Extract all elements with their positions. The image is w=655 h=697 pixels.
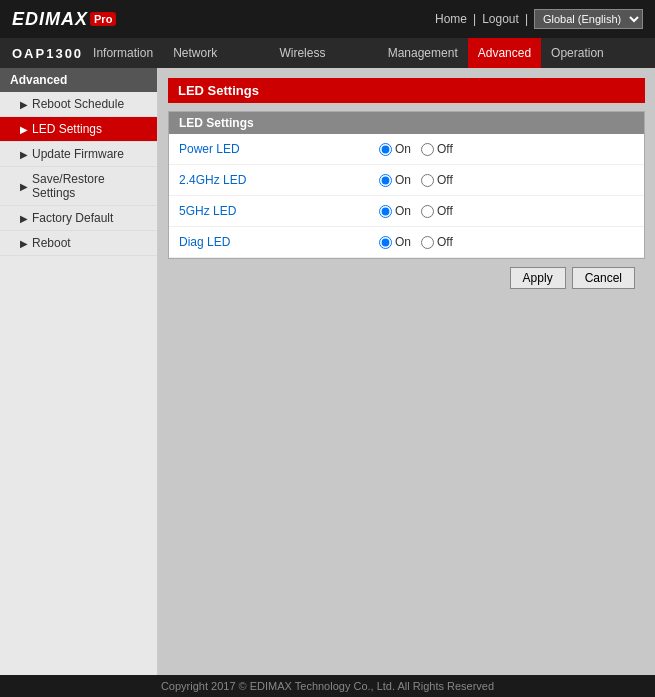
settings-box: LED Settings Power LED On Off 2. [168, 111, 645, 259]
nav-item-operation-mode[interactable]: Operation Mode [541, 38, 643, 68]
table-row: Diag LED On Off [169, 227, 644, 258]
settings-box-title: LED Settings [169, 112, 644, 134]
led-label-1: 2.4GHz LED [169, 165, 369, 196]
content-area: Advanced ▶Reboot Schedule▶LED Settings▶U… [0, 68, 655, 675]
footer-text: Copyright 2017 © EDIMAX Technology Co., … [161, 680, 494, 692]
led-label-3: Diag LED [169, 227, 369, 258]
radio-off-0[interactable] [421, 143, 434, 156]
radio-off-label-2[interactable]: Off [421, 204, 453, 218]
sidebar-item-update-firmware[interactable]: ▶Update Firmware [0, 142, 157, 167]
radio-off-label-3[interactable]: Off [421, 235, 453, 249]
sidebar-section-title: Advanced [0, 68, 157, 92]
language-select[interactable]: Global (English) [534, 9, 643, 29]
nav-bar: InformationNetwork SettingsWireless Sett… [83, 38, 643, 68]
on-text-2: On [395, 204, 411, 218]
table-row: 2.4GHz LED On Off [169, 165, 644, 196]
radio-off-1[interactable] [421, 174, 434, 187]
sidebar-item-label: Reboot Schedule [32, 97, 124, 111]
nav-item-information[interactable]: Information [83, 38, 163, 68]
page-title: LED Settings [168, 78, 645, 103]
on-text-1: On [395, 173, 411, 187]
model-bar: OAP1300 InformationNetwork SettingsWirel… [0, 38, 655, 68]
off-text-0: Off [437, 142, 453, 156]
sidebar-item-reboot-schedule[interactable]: ▶Reboot Schedule [0, 92, 157, 117]
on-text-3: On [395, 235, 411, 249]
sidebar-items: ▶Reboot Schedule▶LED Settings▶Update Fir… [0, 92, 157, 256]
sidebar-item-save/restore-settings[interactable]: ▶Save/Restore Settings [0, 167, 157, 206]
radio-off-label-0[interactable]: Off [421, 142, 453, 156]
arrow-icon: ▶ [20, 149, 28, 160]
off-text-2: Off [437, 204, 453, 218]
apply-button[interactable]: Apply [510, 267, 566, 289]
button-area: Apply Cancel [168, 259, 645, 297]
led-radio-group-1: On Off [369, 165, 644, 196]
sidebar-item-reboot[interactable]: ▶Reboot [0, 231, 157, 256]
off-text-1: Off [437, 173, 453, 187]
nav-item-advanced[interactable]: Advanced [468, 38, 541, 68]
led-label-0: Power LED [169, 134, 369, 165]
model-name: OAP1300 [12, 46, 83, 61]
off-text-3: Off [437, 235, 453, 249]
header-links: Home | Logout | Global (English) [435, 9, 643, 29]
sidebar-item-factory-default[interactable]: ▶Factory Default [0, 206, 157, 231]
separator1: | [473, 12, 476, 26]
led-radio-group-0: On Off [369, 134, 644, 165]
radio-on-2[interactable] [379, 205, 392, 218]
radio-on-label-2[interactable]: On [379, 204, 411, 218]
logo-text: EDIMAX [12, 9, 88, 30]
nav-item-management[interactable]: Management [378, 38, 468, 68]
separator2: | [525, 12, 528, 26]
table-row: Power LED On Off [169, 134, 644, 165]
radio-on-label-1[interactable]: On [379, 173, 411, 187]
radio-on-0[interactable] [379, 143, 392, 156]
cancel-button[interactable]: Cancel [572, 267, 635, 289]
radio-off-3[interactable] [421, 236, 434, 249]
led-radio-group-3: On Off [369, 227, 644, 258]
sidebar-item-label: Factory Default [32, 211, 113, 225]
nav-item-network-settings[interactable]: Network Settings [163, 38, 269, 68]
radio-off-2[interactable] [421, 205, 434, 218]
led-radio-group-2: On Off [369, 196, 644, 227]
radio-on-label-0[interactable]: On [379, 142, 411, 156]
arrow-icon: ▶ [20, 238, 28, 249]
radio-on-1[interactable] [379, 174, 392, 187]
logo: EDIMAX Pro [12, 9, 116, 30]
led-label-2: 5GHz LED [169, 196, 369, 227]
sidebar-item-led-settings[interactable]: ▶LED Settings [0, 117, 157, 142]
on-text-0: On [395, 142, 411, 156]
radio-off-label-1[interactable]: Off [421, 173, 453, 187]
arrow-icon: ▶ [20, 99, 28, 110]
arrow-icon: ▶ [20, 181, 28, 192]
radio-on-label-3[interactable]: On [379, 235, 411, 249]
footer: Copyright 2017 © EDIMAX Technology Co., … [0, 675, 655, 697]
sidebar-item-label: Reboot [32, 236, 71, 250]
led-settings-table: Power LED On Off 2.4GHz LED [169, 134, 644, 258]
logout-link[interactable]: Logout [482, 12, 519, 26]
main-content: LED Settings LED Settings Power LED On O… [158, 68, 655, 675]
sidebar: Advanced ▶Reboot Schedule▶LED Settings▶U… [0, 68, 158, 675]
logo-pro: Pro [90, 12, 116, 26]
radio-on-3[interactable] [379, 236, 392, 249]
home-link[interactable]: Home [435, 12, 467, 26]
nav-item-wireless-settings[interactable]: Wireless Settings [269, 38, 377, 68]
sidebar-item-label: Save/Restore Settings [32, 172, 147, 200]
arrow-icon: ▶ [20, 213, 28, 224]
header: EDIMAX Pro Home | Logout | Global (Engli… [0, 0, 655, 38]
sidebar-item-label: Update Firmware [32, 147, 124, 161]
sidebar-item-label: LED Settings [32, 122, 102, 136]
table-row: 5GHz LED On Off [169, 196, 644, 227]
arrow-icon: ▶ [20, 124, 28, 135]
